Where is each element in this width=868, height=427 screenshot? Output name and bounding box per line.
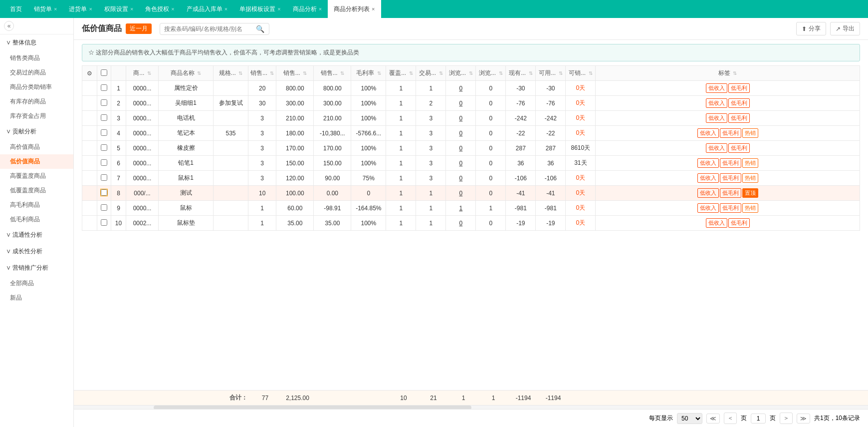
row-checkbox[interactable] xyxy=(101,99,107,106)
search-input[interactable] xyxy=(164,25,254,32)
v7-cell[interactable]: 0 xyxy=(446,186,476,201)
row-checkbox[interactable] xyxy=(101,144,107,151)
th-v6[interactable]: 交易... ⇅ xyxy=(416,66,446,81)
browse-link[interactable]: 0 xyxy=(459,220,463,227)
search-icon[interactable]: 🔍 xyxy=(256,25,264,33)
row-checkbox[interactable] xyxy=(101,159,107,166)
v7-cell[interactable]: 0 xyxy=(446,96,476,111)
per-page-select[interactable]: 50 20 100 xyxy=(677,413,702,424)
sidebar-item-inventory-funds[interactable]: 库存资金占用 xyxy=(0,109,73,123)
v7-cell[interactable]: 1 xyxy=(446,201,476,216)
next-page-button[interactable]: ＞ xyxy=(780,413,793,424)
th-v5[interactable]: 覆盖... ⇅ xyxy=(386,66,416,81)
sidebar-item-traded-products[interactable]: 交易过的商品 xyxy=(0,65,73,80)
v7-cell[interactable]: 0 xyxy=(446,171,476,186)
v7-cell[interactable]: 0 xyxy=(446,126,476,141)
th-tags[interactable]: 标签 ⇅ xyxy=(596,66,860,81)
browse-link[interactable]: 0 xyxy=(459,85,463,92)
sidebar-item-new-products[interactable]: 新品 xyxy=(0,291,73,305)
row-checkbox[interactable] xyxy=(101,189,107,196)
th-v10[interactable]: 可用... ⇅ xyxy=(536,66,566,81)
close-icon[interactable]: × xyxy=(171,6,174,12)
checkbox-cell[interactable] xyxy=(97,111,111,126)
browse-link[interactable]: 0 xyxy=(459,145,463,152)
close-icon[interactable]: × xyxy=(277,6,280,12)
browse-link[interactable]: 0 xyxy=(459,130,463,137)
checkbox-cell[interactable] xyxy=(97,141,111,156)
share-button[interactable]: ⬆ 分享 xyxy=(796,22,826,35)
nav-product-analysis-list[interactable]: 商品分析列表 × xyxy=(328,0,381,18)
row-checkbox[interactable] xyxy=(101,204,107,211)
sidebar-item-all-products[interactable]: 全部商品 xyxy=(0,276,73,291)
th-code[interactable]: 商... ⇅ xyxy=(126,66,159,81)
close-icon[interactable]: × xyxy=(89,6,92,12)
close-icon[interactable]: × xyxy=(130,6,133,12)
browse-link[interactable]: 0 xyxy=(459,190,463,197)
nav-product-analysis[interactable]: 商品分析 × xyxy=(287,0,328,18)
th-spec[interactable]: 规格... ⇅ xyxy=(214,66,248,81)
checkbox-cell[interactable] xyxy=(97,96,111,111)
sidebar-item-low-coverage[interactable]: 低覆盖度商品 xyxy=(0,183,73,198)
export-button[interactable]: ↗ 导出 xyxy=(830,22,860,35)
checkbox-cell[interactable] xyxy=(97,126,111,141)
checkbox-cell[interactable] xyxy=(97,186,111,201)
th-name[interactable]: 商品名称 ⇅ xyxy=(159,66,214,81)
row-checkbox[interactable] xyxy=(101,114,107,121)
last-page-button[interactable]: ≫ xyxy=(797,414,810,424)
sidebar-group-growth[interactable]: ∨ 成长性分析 xyxy=(0,243,73,260)
sidebar-item-low-value[interactable]: 低价值商品 xyxy=(0,154,73,169)
close-icon[interactable]: × xyxy=(319,6,322,12)
close-icon[interactable]: × xyxy=(224,6,227,12)
th-v11[interactable]: 可销... ⇅ xyxy=(566,66,596,81)
checkbox-cell[interactable] xyxy=(97,201,111,216)
browse-link[interactable]: 0 xyxy=(459,175,463,182)
sidebar-collapse-button[interactable]: « xyxy=(4,21,14,31)
nav-template-setting[interactable]: 单据模板设置 × xyxy=(233,0,286,18)
th-v3[interactable]: 销售... ⇅ xyxy=(314,66,351,81)
period-button[interactable]: 近一月 xyxy=(126,23,152,34)
row-checkbox[interactable] xyxy=(101,219,107,226)
sidebar-item-high-coverage[interactable]: 高覆盖度商品 xyxy=(0,169,73,183)
browse-link[interactable]: 0 xyxy=(459,160,463,167)
th-checkbox[interactable] xyxy=(97,66,111,81)
v7-cell[interactable]: 0 xyxy=(446,111,476,126)
sidebar-group-overall[interactable]: ∨ 整体信息 xyxy=(0,34,73,51)
sidebar-item-low-margin[interactable]: 低毛利商品 xyxy=(0,212,73,227)
sidebar-group-liquidity[interactable]: ∨ 流通性分析 xyxy=(0,227,73,243)
v7-cell[interactable]: 0 xyxy=(446,141,476,156)
page-number-input[interactable] xyxy=(751,414,766,424)
sidebar-item-high-margin[interactable]: 高毛利商品 xyxy=(0,198,73,212)
th-v9[interactable]: 现有... ⇅ xyxy=(506,66,536,81)
nav-home[interactable]: 首页 xyxy=(4,0,28,18)
select-all-checkbox[interactable] xyxy=(101,69,107,76)
sidebar-item-sales-products[interactable]: 销售类商品 xyxy=(0,51,73,65)
sidebar-item-inventory-products[interactable]: 有库存的商品 xyxy=(0,94,73,109)
v7-cell[interactable]: 0 xyxy=(446,156,476,171)
checkbox-cell[interactable] xyxy=(97,156,111,171)
th-v4[interactable]: 毛利率 ⇅ xyxy=(351,66,386,81)
checkbox-cell[interactable] xyxy=(97,171,111,186)
sidebar-item-high-value[interactable]: 高价值商品 xyxy=(0,140,73,154)
nav-purchase-order[interactable]: 进货单 × xyxy=(63,0,98,18)
nav-permission[interactable]: 权限设置 × xyxy=(98,0,139,18)
v7-cell[interactable]: 0 xyxy=(446,216,476,231)
row-checkbox[interactable] xyxy=(101,174,107,181)
sidebar-group-contribution[interactable]: ∨ 贡献分析 xyxy=(0,123,73,140)
checkbox-cell[interactable] xyxy=(97,216,111,231)
th-v8[interactable]: 浏览... ⇅ xyxy=(476,66,506,81)
browse-link[interactable]: 1 xyxy=(459,205,463,212)
nav-sales-order[interactable]: 销货单 × xyxy=(28,0,63,18)
sidebar-item-category-rate[interactable]: 商品分类助销率 xyxy=(0,80,73,94)
prev-page-button[interactable]: ＜ xyxy=(724,413,737,424)
row-checkbox[interactable] xyxy=(101,129,107,136)
browse-link[interactable]: 0 xyxy=(459,115,463,122)
th-v7[interactable]: 浏览... ⇅ xyxy=(446,66,476,81)
close-icon[interactable]: × xyxy=(372,6,375,12)
sidebar-group-marketing[interactable]: ∨ 营销推广分析 xyxy=(0,260,73,276)
row-checkbox[interactable] xyxy=(101,84,107,91)
v7-cell[interactable]: 0 xyxy=(446,81,476,96)
close-icon[interactable]: × xyxy=(54,6,57,12)
nav-product-in[interactable]: 产成品入库单 × xyxy=(181,0,233,18)
nav-role-auth[interactable]: 角色授权 × xyxy=(139,0,180,18)
th-v2[interactable]: 销售... ⇅ xyxy=(276,66,314,81)
